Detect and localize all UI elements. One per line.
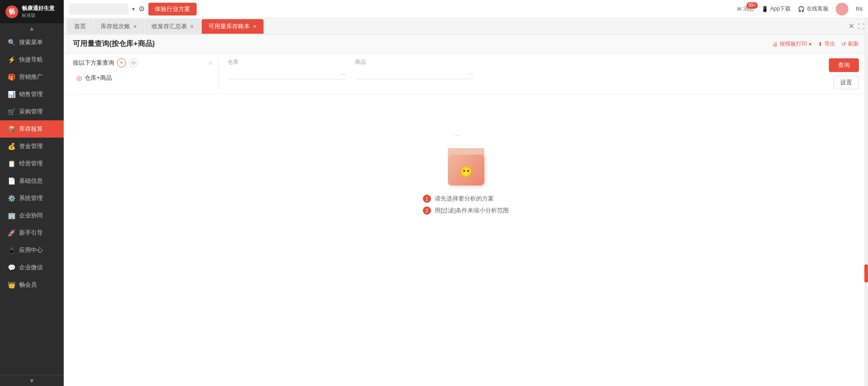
app-logo: 畅 [5, 5, 18, 18]
scroll-up-btn[interactable]: ▲ [0, 23, 64, 34]
sidebar-label-finance: 资金管理 [19, 142, 43, 150]
scroll-down-btn[interactable]: ▼ [0, 375, 64, 386]
sidebar-item-member[interactable]: 👑 畅会员 [0, 276, 64, 293]
filter-actions: 查询 设置 [824, 58, 859, 89]
topbar-search[interactable] [69, 3, 128, 15]
basic-info-icon: 📄 [7, 177, 15, 185]
sidebar-label-app-center: 应用中心 [19, 246, 43, 254]
tabbar-expand-btn[interactable]: ⛶ [858, 23, 864, 30]
sidebar-item-onboarding[interactable]: 🚀 新手引导 [0, 224, 64, 242]
hint-num-1: 1 [423, 195, 431, 203]
sidebar-item-app-center[interactable]: 📱 应用中心 [0, 242, 64, 259]
scheme-add-btn[interactable]: + [117, 58, 126, 67]
sidebar-label-basic-info: 基础信息 [19, 177, 43, 185]
tabbar-right: ✕ ⛶ [848, 22, 864, 31]
filter-field-warehouse: 仓库 ··· [228, 58, 346, 79]
sidebar-item-purchase[interactable]: 🛒 采购管理 [0, 103, 64, 120]
query-button[interactable]: 查询 [829, 58, 859, 72]
filter-warehouse-input[interactable]: ··· [228, 68, 346, 79]
empty-hint-1: 1 请先选择要分析的方案 [423, 195, 509, 203]
sidebar-label-purchase: 采购管理 [19, 108, 43, 116]
empty-smoke: ~ [455, 131, 460, 140]
empty-hint-2: 2 用[过滤]条件来缩小分析范围 [423, 206, 509, 215]
tab-receipt-summary-label: 收发存汇总表 [152, 22, 187, 31]
onboarding-icon: 🚀 [7, 229, 15, 237]
empty-box-face: 😶 [459, 165, 473, 178]
user-name[interactable]: Rit [856, 6, 863, 12]
page-header: 可用量查询(按仓库+商品) 🖨 按模板打印 ▾ ⬆ 导出 ↺ 刷新 [64, 35, 868, 54]
online-service-label: 在线客服 [807, 5, 828, 13]
tab-available-ledger-label: 可用量库存账本 [208, 22, 250, 31]
topbar-right: ✉ 消息 99+ 📱 App下载 🎧 在线客服 Rit [737, 3, 863, 15]
quick-nav-icon: ⚡ [7, 56, 15, 63]
sidebar-item-sales[interactable]: 📊 销售管理 [0, 86, 64, 103]
setting-button[interactable]: 设置 [833, 76, 859, 89]
sidebar-item-inventory[interactable]: 📦 库存核算 [0, 120, 64, 138]
scheme-collapse-btn[interactable]: « [208, 59, 213, 67]
right-scrollbar[interactable] [864, 18, 868, 386]
app-download-btn[interactable]: 📱 App下载 [761, 5, 791, 13]
sidebar-item-operations[interactable]: 📋 经营管理 [0, 155, 64, 172]
hint-num-2: 2 [423, 206, 431, 215]
sidebar-item-finance[interactable]: 💰 资金管理 [0, 138, 64, 155]
scrollbar-thumb[interactable] [864, 264, 868, 283]
app-center-icon: 📱 [7, 247, 15, 254]
sales-icon: 📊 [7, 91, 15, 98]
filter-goods-more-btn[interactable]: ··· [468, 70, 473, 77]
filter-field-goods: 商品 ··· [355, 58, 473, 79]
headset-icon: 🎧 [798, 6, 805, 12]
topbar-search-text [74, 5, 107, 12]
empty-illustration: ~ 😶 [439, 131, 493, 185]
app-download-label: App下载 [770, 5, 791, 13]
filter-scheme-panel: 按以下方案查询 + ⚙ « ◎ 仓库+商品 [73, 58, 218, 89]
sidebar-label-quick-nav: 快捷导航 [19, 56, 43, 64]
sidebar: 畅 畅康通好生意 标准版 ▲ 🔍 搜索菜单 ⚡ 快捷导航 🎁 营销推广 📊 销售… [0, 0, 64, 386]
tab-home[interactable]: 首页 [67, 19, 93, 34]
tab-available-ledger[interactable]: 可用量库存账本 ✕ [202, 19, 264, 34]
tab-available-ledger-close[interactable]: ✕ [253, 24, 257, 30]
export-btn[interactable]: ⬆ 导出 [818, 40, 835, 48]
topbar-gear-btn[interactable]: ⚙ [138, 5, 145, 13]
message-btn[interactable]: ✉ 消息 99+ [737, 5, 754, 13]
tab-batch-ledger-close[interactable]: ✕ [133, 24, 137, 30]
filter-warehouse-more-btn[interactable]: ··· [340, 70, 346, 77]
sidebar-item-enterprise-wechat[interactable]: 💬 企业微信 [0, 259, 64, 276]
message-icon: ✉ [737, 6, 741, 12]
tabbar: 首页 库存批次账 ✕ 收发存汇总表 ✕ 可用量库存账本 ✕ ✕ ⛶ [64, 18, 868, 35]
app-download-icon: 📱 [761, 6, 768, 12]
tab-receipt-summary-close[interactable]: ✕ [190, 24, 194, 30]
refresh-btn[interactable]: ↺ 刷新 [842, 40, 859, 48]
print-template-btn[interactable]: 🖨 按模板打印 ▾ [772, 40, 812, 48]
print-dropdown-icon: ▾ [809, 41, 812, 47]
sidebar-label-inventory: 库存核算 [19, 125, 43, 133]
sidebar-item-marketing[interactable]: 🎁 营销推广 [0, 68, 64, 86]
user-avatar [836, 3, 848, 15]
tab-batch-ledger[interactable]: 库存批次账 ✕ [94, 19, 144, 34]
tab-receipt-summary[interactable]: 收发存汇总表 ✕ [145, 19, 201, 34]
scheme-settings-btn[interactable]: ⚙ [129, 58, 138, 67]
empty-hints: 1 请先选择要分析的方案 2 用[过滤]条件来缩小分析范围 [423, 195, 509, 215]
topbar-industry-btn[interactable]: 体验行业方案 [148, 3, 197, 15]
tabbar-close-all-btn[interactable]: ✕ [848, 22, 854, 31]
filter-area: 按以下方案查询 + ⚙ « ◎ 仓库+商品 仓库 ··· [64, 54, 868, 94]
sidebar-item-quick-nav[interactable]: ⚡ 快捷导航 [0, 51, 64, 68]
sidebar-label-enterprise-wechat: 企业微信 [19, 263, 43, 272]
inventory-icon: 📦 [7, 125, 15, 133]
sidebar-item-system[interactable]: ⚙️ 系统管理 [0, 190, 64, 207]
tab-batch-ledger-label: 库存批次账 [101, 22, 130, 31]
member-icon: 👑 [7, 281, 15, 288]
filter-goods-input[interactable]: ··· [355, 68, 473, 79]
page-header-actions: 🖨 按模板打印 ▾ ⬆ 导出 ↺ 刷新 [772, 40, 859, 48]
message-badge: 99+ [746, 2, 758, 9]
online-service-btn[interactable]: 🎧 在线客服 [798, 5, 828, 13]
topbar-dropdown-btn[interactable]: ▾ [132, 6, 135, 12]
sidebar-item-search[interactable]: 🔍 搜索菜单 [0, 34, 64, 51]
finance-icon: 💰 [7, 143, 15, 150]
sidebar-item-enterprise[interactable]: 🏢 企业协同 [0, 207, 64, 224]
sidebar-label-operations: 经营管理 [19, 160, 43, 168]
sidebar-item-basic-info[interactable]: 📄 基础信息 [0, 172, 64, 190]
sidebar-label-system: 系统管理 [19, 194, 43, 202]
scheme-item-warehouse-goods[interactable]: ◎ 仓库+商品 [73, 71, 213, 85]
purchase-icon: 🛒 [7, 108, 15, 115]
sidebar-header: 畅 畅康通好生意 标准版 [0, 0, 64, 23]
